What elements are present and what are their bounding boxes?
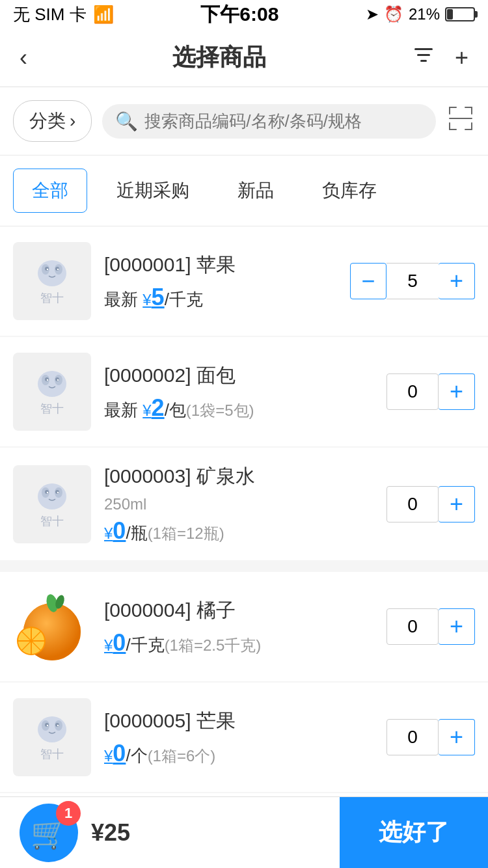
location-icon: ➤ bbox=[366, 5, 379, 23]
product-price: ¥0/千克(1箱=2.5千克) bbox=[104, 629, 373, 657]
product-name: [0000005] 芒果 bbox=[104, 708, 373, 735]
svg-point-17 bbox=[47, 269, 48, 270]
confirm-button[interactable]: 选好了 bbox=[340, 797, 488, 869]
product-price: 最新 ¥2/包(1袋=5包) bbox=[104, 394, 373, 422]
bottom-bar: 🛒 1 ¥25 选好了 bbox=[0, 796, 488, 868]
battery-icon bbox=[445, 7, 475, 21]
qty-input[interactable] bbox=[386, 608, 439, 645]
tab-all[interactable]: 全部 bbox=[13, 169, 87, 213]
svg-point-25 bbox=[57, 379, 59, 381]
list-item: 智十 [0000001] 苹果 最新 ¥5/千克 − + bbox=[0, 226, 488, 336]
svg-point-16 bbox=[55, 267, 59, 271]
status-right: ➤ ⏰ 21% bbox=[366, 5, 475, 23]
svg-point-18 bbox=[57, 269, 59, 270]
search-box: 🔍 bbox=[102, 104, 436, 139]
tab-recent[interactable]: 近期采购 bbox=[98, 169, 208, 213]
svg-point-23 bbox=[55, 377, 59, 381]
product-name: [0000001] 苹果 bbox=[104, 252, 337, 278]
product-info-0000005: [0000005] 芒果 ¥0/个(1箱=6个) bbox=[104, 708, 373, 767]
product-image-0000003: 智十 bbox=[13, 465, 91, 543]
owl-text: 智十 bbox=[40, 290, 64, 306]
qty-increase-button[interactable]: + bbox=[439, 608, 475, 645]
qty-input[interactable] bbox=[386, 486, 439, 522]
product-image-0000001: 智十 bbox=[13, 242, 91, 320]
product-name: [0000003] 矿泉水 bbox=[104, 463, 373, 490]
qty-control-0000005: + bbox=[386, 719, 475, 755]
owl-text: 智十 bbox=[40, 401, 64, 416]
svg-rect-10 bbox=[471, 122, 472, 130]
search-icon: 🔍 bbox=[115, 111, 138, 132]
product-image-0000005: 智十 bbox=[13, 698, 91, 776]
product-price: ¥0/个(1箱=6个) bbox=[104, 740, 373, 767]
svg-point-31 bbox=[47, 491, 48, 493]
product-spec: 250ml bbox=[104, 495, 373, 513]
product-name: [0000004] 橘子 bbox=[104, 597, 373, 624]
svg-rect-1 bbox=[417, 54, 430, 56]
cart-badge: 1 bbox=[56, 801, 81, 826]
svg-point-47 bbox=[55, 723, 59, 727]
qty-increase-button[interactable]: + bbox=[439, 263, 475, 299]
page-title: 选择商品 bbox=[172, 42, 266, 74]
product-price: ¥0/瓶(1箱=12瓶) bbox=[104, 517, 373, 545]
list-item: 智十 [0000002] 面包 最新 ¥2/包(1袋=5包) + bbox=[0, 337, 488, 446]
nav-bar: ‹ 选择商品 + bbox=[0, 29, 488, 87]
svg-rect-8 bbox=[449, 122, 450, 130]
tab-new[interactable]: 新品 bbox=[219, 169, 293, 213]
filter-icon[interactable] bbox=[412, 44, 435, 72]
nav-right: + bbox=[412, 44, 468, 72]
svg-point-49 bbox=[57, 725, 59, 726]
status-time: 下午6:08 bbox=[200, 1, 278, 28]
svg-point-12 bbox=[38, 260, 66, 286]
tab-negative[interactable]: 负库存 bbox=[303, 169, 396, 213]
scan-icon[interactable] bbox=[446, 104, 475, 139]
svg-point-29 bbox=[45, 490, 49, 494]
cart-area[interactable]: 🛒 1 ¥25 bbox=[0, 804, 150, 862]
qty-control-0000003: + bbox=[386, 486, 475, 522]
category-button[interactable]: 分类 › bbox=[13, 100, 92, 142]
add-button[interactable]: + bbox=[455, 44, 468, 72]
product-list: 智十 [0000001] 苹果 最新 ¥5/千克 − + bbox=[0, 226, 488, 868]
svg-point-46 bbox=[45, 723, 49, 727]
wifi-icon: 📶 bbox=[93, 5, 114, 25]
svg-point-24 bbox=[47, 379, 48, 381]
cart-total: ¥25 bbox=[91, 819, 130, 847]
qty-control-0000004: + bbox=[386, 608, 475, 645]
qty-increase-button[interactable]: + bbox=[439, 373, 475, 410]
svg-point-32 bbox=[57, 491, 59, 493]
qty-increase-button[interactable]: + bbox=[439, 719, 475, 755]
svg-point-26 bbox=[38, 483, 66, 509]
tab-bar: 全部 近期采购 新品 负库存 bbox=[0, 156, 488, 226]
cart-icon-wrap: 🛒 1 bbox=[20, 804, 78, 862]
qty-control-0000001: − + bbox=[350, 263, 475, 299]
status-left: 无 SIM 卡 📶 bbox=[13, 3, 114, 26]
svg-rect-4 bbox=[449, 107, 450, 115]
qty-decrease-button[interactable]: − bbox=[350, 263, 386, 299]
owl-text: 智十 bbox=[40, 746, 64, 762]
product-price: 最新 ¥5/千克 bbox=[104, 284, 337, 311]
svg-rect-2 bbox=[420, 60, 427, 62]
list-item: 智十 [0000005] 芒果 ¥0/个(1箱=6个) + bbox=[0, 683, 488, 792]
list-item: 智十 [0000003] 矿泉水 250ml ¥0/瓶(1箱=12瓶) + bbox=[0, 448, 488, 560]
battery-text: 21% bbox=[409, 5, 440, 23]
svg-point-48 bbox=[47, 725, 48, 726]
product-info-0000004: [0000004] 橘子 ¥0/千克(1箱=2.5千克) bbox=[104, 597, 373, 657]
product-image-0000004 bbox=[13, 588, 91, 666]
qty-increase-button[interactable]: + bbox=[439, 486, 475, 522]
back-button[interactable]: ‹ bbox=[20, 44, 27, 72]
qty-input[interactable] bbox=[386, 373, 439, 410]
category-chevron: › bbox=[70, 111, 75, 131]
product-name: [0000002] 面包 bbox=[104, 362, 373, 389]
carrier-text: 无 SIM 卡 bbox=[13, 3, 87, 26]
svg-rect-11 bbox=[449, 118, 472, 119]
filter-bar: 分类 › 🔍 bbox=[0, 87, 488, 156]
qty-input[interactable] bbox=[386, 719, 439, 755]
svg-point-43 bbox=[38, 716, 66, 742]
owl-text: 智十 bbox=[40, 513, 64, 529]
nav-left: ‹ bbox=[20, 44, 27, 72]
svg-point-15 bbox=[45, 267, 49, 271]
product-info-0000003: [0000003] 矿泉水 250ml ¥0/瓶(1箱=12瓶) bbox=[104, 463, 373, 545]
svg-point-19 bbox=[38, 371, 66, 397]
product-info-0000002: [0000002] 面包 最新 ¥2/包(1袋=5包) bbox=[104, 362, 373, 422]
qty-input[interactable] bbox=[386, 263, 439, 299]
search-input[interactable] bbox=[144, 111, 423, 131]
